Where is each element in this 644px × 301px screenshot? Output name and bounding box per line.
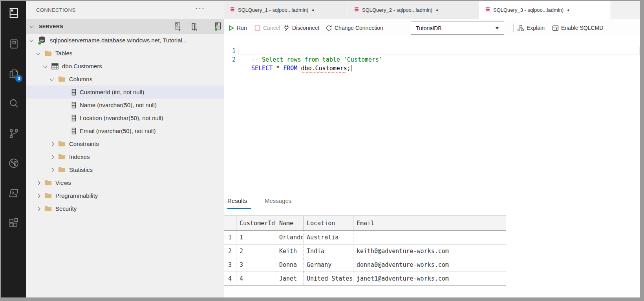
grid-cell[interactable]: 2: [236, 244, 276, 258]
servers-section-header[interactable]: SERVERS: [26, 19, 224, 34]
servers-chevron-icon[interactable]: [29, 24, 34, 28]
dirty-indicator-icon[interactable]: ●: [312, 8, 314, 12]
notebooks-icon[interactable]: [7, 37, 21, 51]
tab-label: SQLQuery_2 - sqlpoo...ladmin): [362, 7, 432, 13]
folder-icon: [58, 76, 66, 82]
tree-item-label: Email (nvarchar(50), not null): [80, 128, 156, 134]
tree-item-tables[interactable]: Tables: [26, 47, 224, 60]
grid-cell[interactable]: Australia: [303, 231, 353, 244]
database-dropdown[interactable]: TutorialDB: [411, 22, 504, 35]
new-connection-icon[interactable]: [173, 22, 183, 31]
chevron-down-icon[interactable]: [49, 76, 54, 80]
tree-item-columns[interactable]: Columns: [26, 73, 224, 86]
editor-scrollbar-gutter[interactable]: [636, 19, 636, 193]
cancel-button[interactable]: Cancel: [254, 19, 280, 37]
azure-icon[interactable]: [7, 156, 21, 170]
servers-tree: SQL sqlpoolservername.database.windows.n…: [26, 34, 224, 215]
grid-row: 1 1 Orlando Australia: [224, 231, 506, 244]
svg-text:SQL: SQL: [40, 39, 45, 41]
grid-cell[interactable]: United States: [303, 272, 353, 285]
activity-bar: 3: [1, 1, 26, 297]
grid-row: 2 2 Keith India keith0@adventure-works.c…: [224, 244, 506, 258]
grid-column-header[interactable]: CustomerId: [236, 216, 276, 230]
grid-cell[interactable]: 3: [236, 258, 276, 272]
active-connections-icon[interactable]: [213, 22, 223, 31]
tree-item-security[interactable]: Security: [26, 202, 224, 215]
tree-item-constraints[interactable]: Constraints: [26, 137, 224, 150]
extensions-icon[interactable]: [7, 216, 21, 230]
tree-item-name-column[interactable]: Name (nvarchar(50), not null): [26, 99, 224, 111]
tree-item-location-column[interactable]: Location (nvarchar(50), not null): [26, 111, 224, 124]
sqlcmd-icon: [552, 25, 559, 31]
tree-item-statistics[interactable]: Statistics: [26, 163, 224, 176]
chevron-right-icon[interactable]: [49, 155, 54, 159]
grid-cell[interactable]: Donna: [276, 258, 303, 272]
toolbar-separator: [513, 24, 514, 32]
grid-cell[interactable]: 1: [236, 231, 276, 244]
source-control-icon[interactable]: [7, 126, 21, 140]
panel-sash[interactable]: [224, 193, 640, 193]
tree-item-programmability[interactable]: Programmability: [26, 189, 224, 202]
tree-item-views[interactable]: Views: [26, 176, 224, 189]
grid-column-header[interactable]: Name: [276, 216, 303, 230]
explain-plan-icon: [518, 25, 524, 31]
chevron-down-icon[interactable]: [43, 63, 47, 67]
tab-results[interactable]: Results: [227, 197, 247, 204]
grid-cell[interactable]: 4: [236, 272, 276, 285]
tree-item-label: dbo.Customers: [62, 63, 102, 69]
row-number-cell[interactable]: 1: [224, 231, 236, 244]
code-line-2: SELECT * FROM dbo.Customers;: [251, 64, 351, 73]
row-number-cell[interactable]: 2: [224, 244, 236, 258]
sql-file-icon: [485, 7, 490, 14]
terminal-icon[interactable]: [7, 186, 21, 200]
row-number-cell[interactable]: 3: [224, 258, 236, 272]
tree-item-indexes[interactable]: Indexes: [26, 150, 224, 163]
dirty-indicator-icon[interactable]: ●: [436, 8, 438, 12]
chevron-right-icon[interactable]: [36, 206, 40, 211]
grid-cell[interactable]: Keith: [276, 244, 303, 258]
chevron-down-icon[interactable]: [29, 37, 33, 42]
cancel-icon: [254, 25, 261, 31]
grid-corner-cell[interactable]: [224, 216, 236, 230]
grid-cell[interactable]: janet1@adventure-works.com: [353, 272, 506, 285]
search-icon[interactable]: [7, 97, 21, 111]
more-actions-button[interactable]: ···: [196, 4, 205, 13]
connections-icon[interactable]: [7, 6, 21, 20]
grid-cell[interactable]: India: [303, 244, 353, 258]
code-line-1: -- Select rows from table 'Customers': [251, 55, 382, 64]
disconnect-button[interactable]: Disconnect: [283, 19, 319, 37]
grid-cell[interactable]: keith0@adventure-works.com: [353, 244, 506, 258]
new-server-group-icon[interactable]: [189, 22, 199, 31]
grid-cell[interactable]: Janet: [276, 272, 303, 285]
tree-item-server[interactable]: SQL sqlpoolservername.database.windows.n…: [26, 34, 224, 47]
chevron-right-icon[interactable]: [49, 168, 54, 172]
run-button[interactable]: Run: [228, 19, 247, 37]
enable-sqlcmd-button[interactable]: Enable SQLCMD: [552, 19, 603, 37]
open-editors-icon[interactable]: 3: [7, 67, 21, 81]
tab-sqlquery-3[interactable]: SQLQuery_3 - sqlpoo...ladmin) ●: [479, 1, 611, 19]
chevron-right-icon[interactable]: [36, 193, 40, 198]
row-number-cell[interactable]: 4: [224, 272, 236, 285]
editor-group: SQLQuery_1 - sqlpoo...ladmin) ● SQLQuery…: [224, 1, 640, 297]
dirty-indicator-icon[interactable]: ●: [567, 8, 569, 12]
connections-title: CONNECTIONS: [36, 7, 75, 13]
chevron-right-icon[interactable]: [36, 181, 40, 185]
grid-cell[interactable]: [353, 231, 506, 244]
grid-cell[interactable]: Orlando: [276, 231, 303, 244]
grid-cell[interactable]: donna0@adventure-works.com: [353, 258, 506, 272]
tree-item-customerid-column[interactable]: CustomerId (int, not null): [26, 86, 224, 99]
chevron-right-icon[interactable]: [49, 142, 54, 146]
chevron-down-icon[interactable]: [36, 50, 40, 55]
tab-sqlquery-1[interactable]: SQLQuery_1 - sqlpoo...ladmin) ●: [224, 1, 348, 19]
grid-column-header[interactable]: Location: [303, 216, 353, 230]
tab-messages[interactable]: Messages: [265, 197, 291, 204]
tree-item-dbo-customers[interactable]: dbo.Customers: [26, 60, 224, 73]
change-connection-button[interactable]: Change Connection: [326, 19, 383, 37]
explain-button[interactable]: Explain: [518, 19, 545, 37]
tree-item-email-column[interactable]: Email (nvarchar(50), not null): [26, 124, 224, 137]
grid-column-header[interactable]: Email: [353, 216, 506, 230]
folder-icon: [58, 154, 66, 160]
grid-cell[interactable]: Germany: [303, 258, 353, 272]
tab-sqlquery-2[interactable]: SQLQuery_2 - sqlpoo...ladmin) ●: [348, 1, 479, 19]
code-editor[interactable]: 1 -- Select rows from table 'Customers' …: [224, 37, 640, 193]
